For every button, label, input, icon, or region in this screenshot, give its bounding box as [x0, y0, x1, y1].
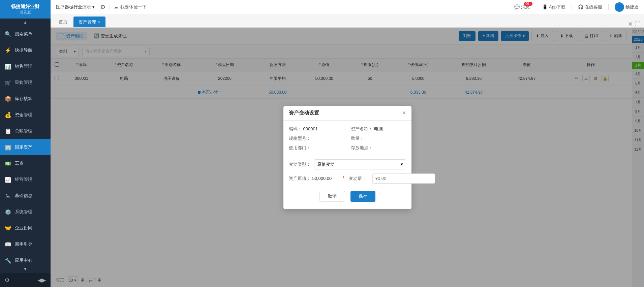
save-button[interactable]: 保存 — [350, 191, 375, 202]
sidebar-item-搜索菜单[interactable]: 🔍搜索菜单 — [0, 26, 51, 42]
nav-icon-9: 📈 — [5, 177, 11, 183]
qty-label: 数量： — [351, 135, 364, 141]
spec-label: 规格型号： — [289, 135, 311, 141]
nav-label-13: 新手引导 — [15, 241, 32, 247]
avatar: 👤 — [615, 2, 624, 12]
nav-label-10: 基础信息 — [15, 193, 32, 199]
nav-label-7: 固定资产 — [15, 144, 32, 150]
nav-label-14: 应用中心 — [15, 257, 32, 263]
username: 畅捷通 — [625, 4, 639, 10]
logo: 畅捷通好业财 普及版 — [0, 0, 51, 19]
dept-label: 使用部门： — [289, 145, 311, 151]
change-type-label: 变动类型： — [289, 161, 311, 167]
sidebar-menu: 🔍搜索菜单⚡快捷导航📊销售管理🛒采购管理📦库存核算💰资金管理📋总账管理🏢固定资产… — [0, 26, 51, 265]
nav-label-1: 快捷导航 — [15, 47, 32, 53]
sidebar-scroll-down[interactable]: ▼ — [0, 265, 51, 273]
nav-icon-8: 💵 — [5, 160, 11, 167]
location-label: 存放地点： — [351, 145, 373, 151]
nav-label-4: 库存核算 — [15, 96, 32, 102]
company-selector[interactable]: 医疗器械行业演示 ▾ — [56, 4, 95, 10]
experience-btn[interactable]: ☁ 我要体验一下 — [114, 4, 147, 10]
window-maximize-icon[interactable]: ⛶ — [635, 21, 641, 27]
nav-icon-5: 💰 — [5, 112, 11, 118]
nav-icon-10: 🗂 — [5, 193, 11, 199]
after-value-input[interactable] — [372, 173, 435, 184]
sidebar-item-新手引导[interactable]: 📖新手引导 — [0, 236, 51, 252]
modal-header: 资产变动设置 × — [283, 106, 411, 121]
nav-icon-0: 🔍 — [5, 31, 11, 37]
change-type-select[interactable]: 原值变动 ▾ — [314, 159, 406, 169]
modal-overlay[interactable]: 资产变动设置 × 编码： 000001 资产名称： 电脑 — [51, 28, 644, 287]
modal-title: 资产变动设置 — [289, 110, 319, 116]
nav-label-2: 销售管理 — [15, 63, 32, 69]
topbar-divider-3 — [572, 4, 572, 10]
nav-label-8: 工资 — [15, 160, 24, 166]
topbar-right: 💬 消息 99+ 📱 App下载 🎧 在线客服 👤 畅捷通 — [514, 2, 639, 12]
nav-label-12: 企业协同 — [15, 225, 32, 231]
sidebar-item-固定资产[interactable]: 🏢固定资产 — [0, 139, 51, 155]
nav-icon-14: 🔧 — [5, 257, 11, 264]
cancel-button[interactable]: 取消 — [319, 191, 345, 202]
sidebar-item-采购管理[interactable]: 🛒采购管理 — [0, 74, 51, 91]
app-download-icon: 📱 — [542, 4, 548, 9]
change-type-row: 变动类型： 原值变动 ▾ — [289, 159, 406, 169]
tab-home-label: 首页 — [59, 19, 67, 25]
change-type-value: 原值变动 — [317, 161, 335, 167]
message-btn[interactable]: 💬 消息 99+ — [514, 4, 530, 10]
message-icon: 💬 — [514, 4, 520, 9]
sidebar-bottom: ⚙ ◀▶ — [0, 273, 51, 287]
nav-label-11: 系统管理 — [15, 209, 32, 215]
sidebar-item-销售管理[interactable]: 📊销售管理 — [0, 58, 51, 74]
sidebar-item-总账管理[interactable]: 📋总账管理 — [0, 123, 51, 139]
app-download-btn[interactable]: 📱 App下载 — [542, 4, 565, 10]
nav-label-5: 资金管理 — [15, 112, 32, 118]
tab-asset-management[interactable]: 资产管理 × — [73, 17, 105, 27]
collapse-icon[interactable]: ◀▶ — [38, 277, 46, 283]
modal-close-icon[interactable]: × — [402, 109, 406, 117]
sidebar-item-经营管理[interactable]: 📈经营管理 — [0, 171, 51, 188]
sidebar-item-库存核算[interactable]: 📦库存核算 — [0, 91, 51, 107]
code-label: 编码： — [289, 126, 302, 132]
sidebar-scroll-up[interactable]: ▲ — [0, 19, 51, 26]
tabbar: 首页 资产管理 × ✕ ⛶ — [51, 14, 644, 28]
main-area: 医疗器械行业演示 ▾ ⚙ ☁ 我要体验一下 💬 消息 99+ 📱 App下载 🎧… — [51, 0, 644, 287]
modal-code: 编码： 000001 — [289, 126, 344, 132]
topbar-divider-4 — [608, 4, 609, 10]
original-value-row: 资产原值： 50,000.00 * 变动后： — [289, 173, 406, 184]
name-value: 电脑 — [374, 126, 383, 132]
sidebar: 畅捷通好业财 普及版 ▲ 🔍搜索菜单⚡快捷导航📊销售管理🛒采购管理📦库存核算💰资… — [0, 0, 51, 287]
sidebar-item-工资[interactable]: 💵工资 — [0, 155, 51, 171]
customer-service-label: 在线客服 — [585, 4, 602, 10]
modal-location: 存放地点： — [351, 145, 406, 151]
sidebar-item-基础信息[interactable]: 🗂基础信息 — [0, 188, 51, 204]
modal-body: 编码： 000001 资产名称： 电脑 规格型号： 数量： — [283, 121, 411, 209]
nav-label-0: 搜索菜单 — [15, 31, 32, 37]
tab-asset-label: 资产管理 — [79, 19, 96, 25]
settings-icon[interactable]: ⚙ — [5, 277, 9, 283]
sidebar-item-企业协同[interactable]: 🤝企业协同 — [0, 220, 51, 236]
window-close-icon[interactable]: ✕ — [628, 21, 633, 27]
name-label: 资产名称： — [351, 126, 373, 132]
user-profile[interactable]: 👤 畅捷通 — [615, 2, 639, 12]
sidebar-item-系统管理[interactable]: ⚙️系统管理 — [0, 204, 51, 220]
customer-service-btn[interactable]: 🎧 在线客服 — [578, 4, 602, 10]
sidebar-item-快捷导航[interactable]: ⚡快捷导航 — [0, 42, 51, 58]
sidebar-item-资金管理[interactable]: 💰资金管理 — [0, 107, 51, 123]
nav-icon-11: ⚙️ — [5, 209, 11, 215]
original-value-label: 资产原值： — [289, 176, 309, 182]
nav-label-9: 经营管理 — [15, 177, 32, 183]
modal-dept: 使用部门： — [289, 145, 344, 151]
experience-icon: ☁ — [114, 4, 118, 9]
sidebar-item-应用中心[interactable]: 🔧应用中心 — [0, 252, 51, 265]
topbar-settings-icon[interactable]: ⚙ — [100, 3, 105, 11]
code-value: 000001 — [303, 126, 318, 131]
nav-icon-1: ⚡ — [5, 47, 11, 54]
chevron-down-icon: ▾ — [92, 4, 95, 9]
experience-label: 我要体验一下 — [120, 4, 147, 10]
message-badge: 99+ — [524, 2, 532, 6]
company-name: 医疗器械行业演示 — [56, 4, 91, 10]
tab-close-icon[interactable]: × — [98, 20, 100, 25]
tab-home[interactable]: 首页 — [54, 17, 72, 27]
nav-icon-3: 🛒 — [5, 79, 11, 86]
nav-icon-7: 🏢 — [5, 144, 11, 151]
